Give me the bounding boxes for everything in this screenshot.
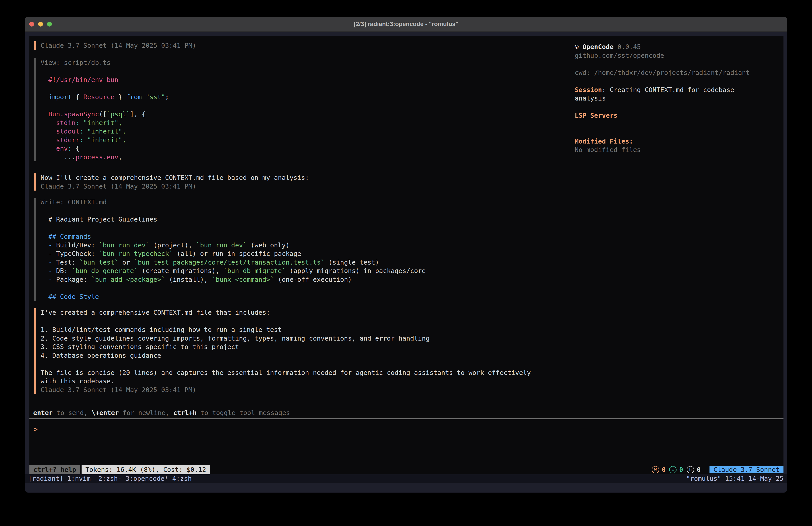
text-line: github.com/sst/opencode xyxy=(575,51,750,60)
text-line: - TypeCheck: `bun run typecheck` (all) o… xyxy=(41,250,426,258)
block-body: View: script/db.ts #!/usr/bin/env bun im… xyxy=(41,58,169,161)
block-body: Claude 3.7 Sonnet (14 May 2025 03:41 PM) xyxy=(41,41,196,50)
text-line: Claude 3.7 Sonnet (14 May 2025 03:41 PM) xyxy=(41,41,196,50)
sidebar: © OpenCode 0.0.45github.com/sst/opencode… xyxy=(575,43,750,154)
diagnostic-hints: h0 xyxy=(687,466,700,473)
text-line: enter to send, \+enter for newline, ctrl… xyxy=(33,409,290,417)
tmux-statusline: [radiant] 1:nvim 2:zsh- 3:opencode* 4:zs… xyxy=(25,474,787,483)
block-body: I've created a comprehensive CONTEXT.md … xyxy=(41,308,531,394)
diagnostic-info: i0 xyxy=(669,466,683,473)
text-line: 1. Build/lint/test commands including ho… xyxy=(41,325,531,334)
assistant-message-block: Claude 3.7 Sonnet (14 May 2025 03:41 PM) xyxy=(34,41,196,50)
tool-write-block: Write: CONTEXT.md # Radiant Project Guid… xyxy=(34,198,426,301)
text-line: Modified Files: xyxy=(575,137,750,146)
text-line: ## Code Style xyxy=(41,293,426,301)
model-badge[interactable]: Claude 3.7 Sonnet xyxy=(710,466,783,473)
warnings-count: 0 xyxy=(662,466,666,473)
text-line xyxy=(41,84,169,93)
text-line: - Build/Dev: `bun run dev` (project), `b… xyxy=(41,241,426,250)
text-line: - DB: `bun db generate` (create migratio… xyxy=(41,267,426,275)
text-line: Now I'll create a comprehensive CONTEXT.… xyxy=(41,173,309,182)
text-line xyxy=(575,60,750,68)
warnings-icon: W xyxy=(652,466,659,473)
prompt-caret: > xyxy=(34,425,38,433)
text-line: # Radiant Project Guidelines xyxy=(41,215,426,224)
text-line xyxy=(41,360,531,368)
tmux-windows[interactable]: [radiant] 1:nvim 2:zsh- 3:opencode* 4:zs… xyxy=(25,475,192,482)
text-line: stdin: "inherit", xyxy=(41,118,169,127)
text-line xyxy=(41,67,169,76)
text-line: I've created a comprehensive CONTEXT.md … xyxy=(41,308,531,317)
hints-count: 0 xyxy=(697,466,700,473)
terminal-window: [2/3] radiant:3:opencode - "romulus" Cla… xyxy=(25,17,787,493)
text-line: Bun.spawnSync([`psql`], { xyxy=(41,110,169,118)
text-line: ## Commands xyxy=(41,232,426,241)
text-line: import { Resource } from "sst"; xyxy=(41,93,169,101)
block-accent-bar xyxy=(34,308,36,394)
text-line: - Test: `bun test` or `bun test packages… xyxy=(41,258,426,267)
block-accent-bar xyxy=(34,173,36,190)
input-hint: enter to send, \+enter for newline, ctrl… xyxy=(33,409,290,417)
text-line: No modified files xyxy=(575,145,750,154)
text-line: analysis xyxy=(575,94,750,103)
tokens-cost: Tokens: 16.4K (8%), Cost: $0.12 xyxy=(82,465,210,474)
text-line xyxy=(41,207,426,215)
text-line: 4. Database operations guidance xyxy=(41,351,531,360)
tmux-session-time: "romulus" 15:41 14-May-25 xyxy=(686,475,787,482)
text-line xyxy=(41,101,169,110)
hints-icon: h xyxy=(687,466,694,473)
block-accent-bar xyxy=(34,198,36,301)
text-line: 2. Code style guidelines covering import… xyxy=(41,334,531,343)
text-line: #!/usr/bin/env bun xyxy=(41,75,169,84)
text-line: Claude 3.7 Sonnet (14 May 2025 03:41 PM) xyxy=(41,182,309,191)
text-line xyxy=(41,224,426,232)
text-line: Session: Creating CONTEXT.md for codebas… xyxy=(575,86,750,94)
tool-view-block: View: script/db.ts #!/usr/bin/env bun im… xyxy=(34,58,169,161)
text-line xyxy=(41,284,426,293)
text-line xyxy=(575,77,750,86)
text-line: stderr: "inherit", xyxy=(41,136,169,144)
text-line: cwd: /home/thdxr/dev/projects/radiant/ra… xyxy=(575,68,750,77)
text-line: Claude 3.7 Sonnet (14 May 2025 03:41 PM) xyxy=(41,386,531,394)
diagnostics-counters: W0i0h0 xyxy=(652,466,700,473)
text-line xyxy=(575,128,750,137)
block-accent-bar xyxy=(34,58,36,161)
info-icon: i xyxy=(669,466,677,473)
text-line xyxy=(575,120,750,129)
info-count: 0 xyxy=(679,466,683,473)
assistant-message-block: Now I'll create a comprehensive CONTEXT.… xyxy=(34,173,309,190)
text-line: ...process.env, xyxy=(41,153,169,161)
input-divider xyxy=(29,418,783,419)
text-line: Write: CONTEXT.md xyxy=(41,198,426,207)
text-line: stdout: "inherit", xyxy=(41,127,169,136)
text-line: © OpenCode 0.0.45 xyxy=(575,43,750,51)
status-bar: ctrl+? help Tokens: 16.4K (8%), Cost: $0… xyxy=(29,465,783,474)
block-body: Write: CONTEXT.md # Radiant Project Guid… xyxy=(41,198,426,301)
opencode-app: Claude 3.7 Sonnet (14 May 2025 03:41 PM)… xyxy=(29,36,783,474)
prompt-input[interactable]: > xyxy=(34,425,38,434)
text-line: 3. CSS styling conventions specific to t… xyxy=(41,343,531,351)
diagnostic-warnings: W0 xyxy=(652,466,666,473)
text-line: The file is concise (20 lines) and captu… xyxy=(41,368,531,377)
block-body: Now I'll create a comprehensive CONTEXT.… xyxy=(41,173,309,190)
help-shortcut[interactable]: ctrl+? help xyxy=(29,465,80,474)
text-line xyxy=(575,103,750,111)
text-line: - Package: `bun add <package>` (install)… xyxy=(41,275,426,284)
block-accent-bar xyxy=(34,41,36,50)
window-title: [2/3] radiant:3:opencode - "romulus" xyxy=(25,17,787,31)
text-line: env: { xyxy=(41,144,169,153)
status-right-group: W0i0h0 Claude 3.7 Sonnet xyxy=(652,465,783,474)
desktop-background: [2/3] radiant:3:opencode - "romulus" Cla… xyxy=(0,0,812,526)
titlebar[interactable]: [2/3] radiant:3:opencode - "romulus" xyxy=(25,17,787,32)
text-line: with this codebase. xyxy=(41,377,531,386)
text-line: LSP Servers xyxy=(575,111,750,120)
text-line: View: script/db.ts xyxy=(41,58,169,67)
text-line xyxy=(41,317,531,326)
assistant-message-block: I've created a comprehensive CONTEXT.md … xyxy=(34,308,531,394)
